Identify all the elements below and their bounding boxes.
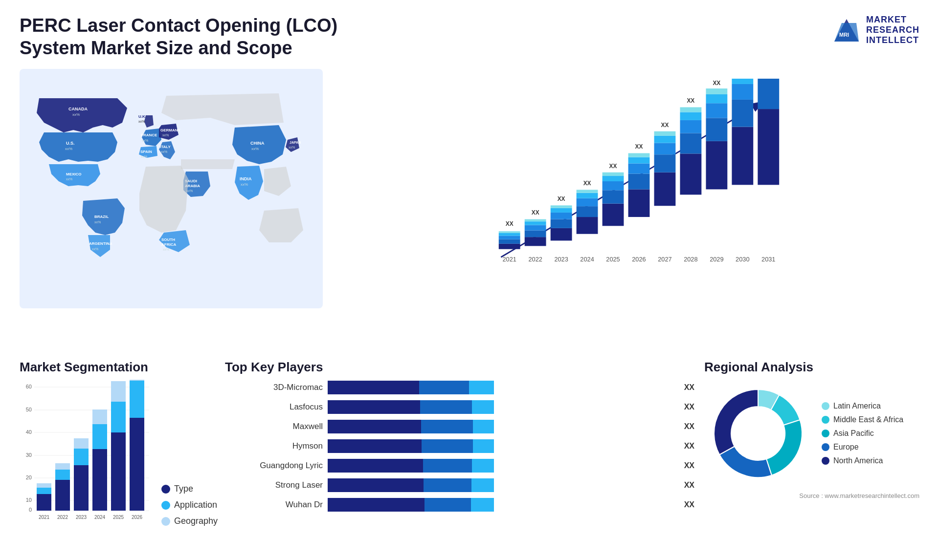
player-value: XX (684, 442, 694, 451)
svg-rect-39 (499, 239, 520, 244)
svg-rect-95 (732, 79, 753, 84)
player-bar-svg (328, 459, 494, 473)
svg-text:CHINA: CHINA (250, 141, 265, 146)
svg-text:40: 40 (26, 429, 32, 435)
svg-text:GERMANY: GERMANY (160, 128, 181, 132)
svg-rect-74 (654, 172, 676, 206)
player-bar-svg (328, 400, 494, 414)
regional-legend-item: Latin America (822, 402, 903, 410)
svg-text:xx%: xx% (142, 139, 148, 142)
regional-legend-dot (822, 457, 829, 465)
svg-rect-57 (577, 206, 598, 217)
svg-text:XX: XX (635, 144, 643, 151)
map-container: CANADA xx% U.S. xx% MEXICO xx% BRAZIL xx… (20, 69, 323, 308)
svg-rect-50 (551, 228, 572, 241)
bottom-row: Market Segmentation 60 50 40 30 20 10 0 (20, 360, 919, 545)
svg-rect-149 (130, 418, 144, 511)
svg-rect-59 (577, 193, 598, 198)
svg-rect-86 (706, 141, 727, 190)
svg-rect-53 (551, 208, 572, 213)
svg-text:2023: 2023 (76, 515, 87, 520)
svg-rect-68 (628, 190, 650, 217)
growth-bar-chart: XX XX (342, 79, 910, 284)
svg-rect-146 (111, 402, 126, 432)
regional-legend-item: Asia Pacific (822, 429, 903, 438)
svg-rect-145 (111, 432, 126, 511)
player-name: Lasfocus (225, 402, 323, 412)
svg-rect-141 (92, 449, 107, 511)
regional-legend: Latin AmericaMiddle East & AfricaAsia Pa… (822, 402, 903, 465)
svg-rect-76 (654, 143, 676, 155)
player-name: Maxwell (225, 422, 323, 431)
svg-text:2030: 2030 (736, 256, 749, 263)
svg-rect-90 (706, 88, 727, 94)
svg-rect-131 (37, 483, 51, 488)
header: PERC Laser Contact Opening (LCO) System … (20, 15, 919, 59)
svg-rect-170 (471, 478, 494, 492)
svg-rect-63 (603, 190, 624, 203)
player-row: 3D-MicromacXX (225, 380, 694, 395)
segmentation-title: Market Segmentation (20, 360, 215, 375)
svg-text:xx%: xx% (72, 112, 80, 117)
svg-rect-78 (654, 131, 676, 136)
regional-legend-label: Latin America (833, 402, 881, 410)
regional-legend-label: Asia Pacific (833, 429, 874, 438)
svg-text:XX: XX (558, 195, 565, 202)
player-name: Strong Laser (225, 480, 323, 490)
svg-rect-158 (472, 400, 494, 414)
player-bar-container (328, 477, 679, 493)
player-value: XX (684, 422, 694, 431)
svg-rect-143 (92, 409, 107, 424)
svg-rect-89 (706, 94, 727, 103)
regional-legend-dot (822, 443, 829, 451)
svg-rect-46 (525, 225, 546, 231)
svg-text:2025: 2025 (113, 515, 124, 520)
svg-text:xx%: xx% (66, 177, 72, 181)
player-bar-container (328, 438, 679, 454)
svg-rect-172 (425, 498, 471, 512)
player-value: XX (684, 481, 694, 490)
svg-rect-168 (328, 478, 424, 492)
svg-rect-80 (680, 154, 701, 195)
svg-rect-165 (328, 459, 423, 473)
seg-chart-svg: 60 50 40 30 20 10 0 (20, 380, 152, 521)
svg-rect-60 (577, 190, 598, 193)
svg-rect-62 (603, 204, 624, 226)
logo-line3: INTELLECT (866, 35, 919, 45)
svg-text:MEXICO: MEXICO (66, 172, 82, 176)
svg-rect-171 (328, 498, 425, 512)
legend-label-application: Application (174, 500, 217, 510)
svg-rect-151 (130, 380, 144, 381)
svg-rect-137 (74, 465, 89, 511)
svg-rect-139 (74, 438, 89, 449)
svg-text:xx%: xx% (251, 147, 259, 151)
svg-rect-65 (603, 176, 624, 181)
legend-label-geography: Geography (174, 516, 218, 526)
player-row: HymsonXX (225, 438, 694, 454)
svg-rect-41 (499, 233, 520, 236)
svg-rect-130 (37, 488, 51, 494)
player-bar-svg (328, 439, 494, 453)
svg-rect-47 (525, 221, 546, 225)
regional-legend-label: Middle East & Africa (833, 415, 903, 424)
svg-rect-58 (577, 198, 598, 206)
player-name: 3D-Micromac (225, 383, 323, 392)
svg-rect-45 (525, 231, 546, 237)
svg-rect-163 (422, 439, 473, 453)
player-bar-container (328, 399, 679, 415)
svg-rect-88 (706, 103, 727, 118)
world-map: CANADA xx% U.S. xx% MEXICO xx% BRAZIL xx… (20, 69, 323, 308)
player-bar-svg (328, 420, 494, 433)
svg-text:2022: 2022 (57, 515, 68, 520)
logo-icon: MRI (832, 18, 861, 43)
regional-legend-item: Middle East & Africa (822, 415, 903, 424)
page-title: PERC Laser Contact Opening (LCO) System … (20, 15, 362, 59)
svg-rect-135 (55, 463, 70, 470)
logo-area: MRI MARKET RESEARCH INTELLECT (832, 15, 919, 45)
svg-text:2027: 2027 (658, 256, 671, 263)
player-bar-svg (328, 381, 494, 394)
svg-text:2024: 2024 (94, 515, 106, 520)
donut-segment (766, 420, 802, 475)
regional-legend-label: North America (833, 456, 883, 465)
svg-rect-40 (499, 236, 520, 239)
